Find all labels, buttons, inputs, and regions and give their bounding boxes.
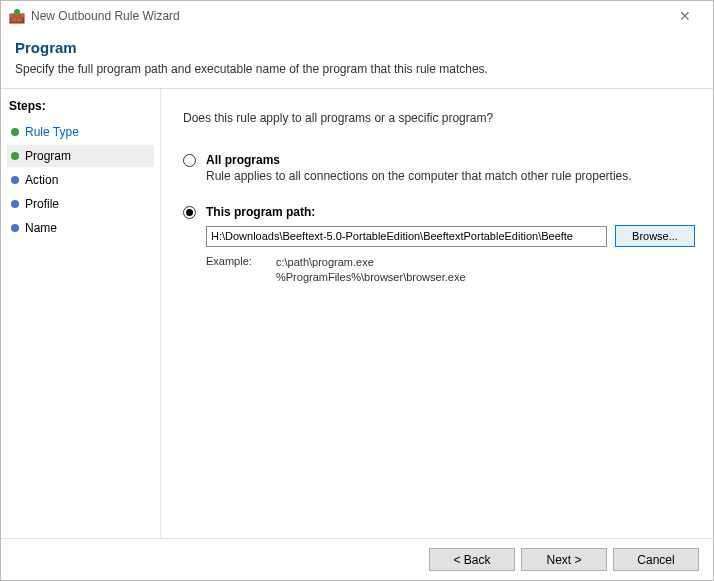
svg-rect-3 [20,14,24,17]
example-text: c:\path\program.exe %ProgramFiles%\brows… [276,255,466,286]
back-button[interactable]: < Back [429,548,515,571]
step-rule-type[interactable]: Rule Type [7,121,154,143]
program-path-input[interactable] [206,226,607,247]
bullet-icon [11,200,19,208]
page-description: Specify the full program path and execut… [15,62,699,76]
step-label: Profile [25,197,59,211]
titlebar: New Outbound Rule Wizard ✕ [1,1,713,31]
option-program-path: This program path: Browse... Example: c:… [183,205,695,286]
option-all-desc: Rule applies to all connections on the c… [206,169,695,183]
step-profile[interactable]: Profile [7,193,154,215]
question-text: Does this rule apply to all programs or … [183,111,695,125]
step-label: Action [25,173,58,187]
step-label: Program [25,149,71,163]
step-label: Rule Type [25,125,79,139]
svg-rect-5 [17,18,21,21]
radio-program-path[interactable] [183,206,196,219]
wizard-body: Steps: Rule TypeProgramActionProfileName… [1,89,713,538]
step-label: Name [25,221,57,235]
page-title: Program [15,39,699,56]
step-program[interactable]: Program [7,145,154,167]
wizard-header: Program Specify the full program path an… [1,31,713,89]
radio-all-programs[interactable] [183,154,196,167]
steps-sidebar: Steps: Rule TypeProgramActionProfileName [1,89,161,538]
steps-heading: Steps: [7,99,154,113]
svg-rect-4 [12,18,16,21]
wizard-content: Does this rule apply to all programs or … [161,89,713,538]
browse-button[interactable]: Browse... [615,225,695,247]
bullet-icon [11,152,19,160]
svg-rect-1 [10,14,14,17]
step-action[interactable]: Action [7,169,154,191]
close-icon[interactable]: ✕ [665,8,705,24]
wizard-footer: < Back Next > Cancel [1,538,713,580]
cancel-button[interactable]: Cancel [613,548,699,571]
firewall-icon [9,8,25,24]
next-button[interactable]: Next > [521,548,607,571]
example-label: Example: [206,255,276,286]
bullet-icon [11,176,19,184]
wizard-window: New Outbound Rule Wizard ✕ Program Speci… [0,0,714,581]
step-name[interactable]: Name [7,217,154,239]
bullet-icon [11,224,19,232]
bullet-icon [11,128,19,136]
option-path-label: This program path: [206,205,315,219]
svg-point-6 [14,9,20,15]
option-all-programs: All programs Rule applies to all connect… [183,153,695,183]
window-title: New Outbound Rule Wizard [31,9,665,23]
option-all-label: All programs [206,153,280,167]
